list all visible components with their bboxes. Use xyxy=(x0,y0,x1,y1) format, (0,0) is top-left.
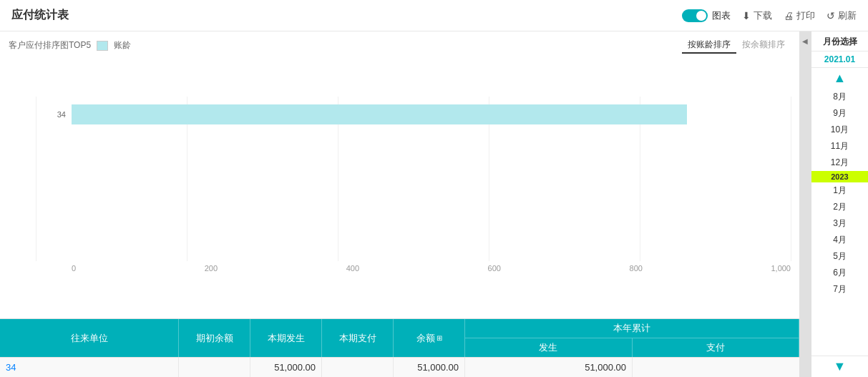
refresh-icon: ↺ xyxy=(826,10,835,21)
sidebar-month-1[interactable]: 1月 xyxy=(811,182,868,199)
grid-line-100 xyxy=(791,97,791,261)
sidebar-month-7[interactable]: 7月 xyxy=(811,281,868,298)
sidebar-month-list: 8月 9月 10月 11月 12月 2023 1月 2月 3月 4月 5月 6月… xyxy=(811,89,868,356)
download-label: 下载 xyxy=(754,9,772,22)
chart-canvas: 34 856天 0 200 400 600 800 1,00 xyxy=(9,97,791,283)
sidebar-month-12[interactable]: 12月 xyxy=(811,155,868,171)
th-bennianlei-sub: 发生 支付 xyxy=(465,338,799,357)
right-sidebar: 月份选择 2021.01 ▲ 8月 9月 10月 11月 12月 2023 1月… xyxy=(811,31,868,377)
chart-toggle[interactable] xyxy=(682,9,708,22)
x-axis-200: 200 xyxy=(205,264,218,273)
td-laiwai[interactable]: 34 xyxy=(0,358,179,377)
table-header: 往来单位 期初余额 本期发生 本期支付 余额 ⊞ xyxy=(0,319,799,357)
sidebar-collapse-arrow[interactable]: ◀ xyxy=(799,31,811,377)
sidebar-month-4[interactable]: 4月 xyxy=(811,232,868,248)
refresh-label: 刷新 xyxy=(838,9,857,22)
sidebar-month-8[interactable]: 8月 xyxy=(811,89,868,105)
grid-line-0 xyxy=(36,97,36,261)
td-fasheng-sub: 51,000.00 xyxy=(465,358,633,377)
sidebar-month-9[interactable]: 9月 xyxy=(811,105,868,122)
sidebar-year-marker-2023: 2023 xyxy=(811,171,868,182)
table-section: 往来单位 期初余额 本期发生 本期支付 余额 ⊞ xyxy=(0,318,799,377)
th-zhifu-sub: 支付 xyxy=(633,338,799,357)
th-benqi-fasheng: 本期发生 xyxy=(250,319,322,357)
chart-legend-label: 客户应付排序图TOP5 xyxy=(9,39,91,52)
td-yue: 51,000.00 xyxy=(394,358,465,377)
td-qichu xyxy=(179,358,250,377)
x-axis: 0 200 400 600 800 1,000 xyxy=(44,264,791,273)
sidebar-month-2[interactable]: 2月 xyxy=(811,199,868,215)
sidebar-month-3[interactable]: 3月 xyxy=(811,215,868,232)
th-benqi-zhifu: 本期支付 xyxy=(322,319,394,357)
sort-by-balance-button[interactable]: 按余额排序 xyxy=(736,37,791,54)
chart-section: 客户应付排序图TOP5 账龄 按账龄排序 按余额排序 xyxy=(0,31,799,318)
app-header: 应付统计表 图表 ⬇ 下载 🖨 打印 ↺ 刷新 xyxy=(0,0,868,31)
header-actions: 图表 ⬇ 下载 🖨 打印 ↺ 刷新 xyxy=(682,9,857,22)
table-row: 34 51,000.00 51,000.00 51,00 xyxy=(0,357,799,377)
td-benqi-fasheng: 51,000.00 xyxy=(250,358,322,377)
th-qichu: 期初余额 xyxy=(179,319,250,357)
th-bennianlei: 本年累计 发生 支付 xyxy=(465,319,799,357)
chart-sort-buttons: 按账龄排序 按余额排序 xyxy=(682,37,791,54)
sidebar-year[interactable]: 2021.01 xyxy=(811,52,868,68)
download-icon: ⬇ xyxy=(742,10,751,21)
th-yue: 余额 ⊞ xyxy=(394,319,465,357)
sidebar-content: 月份选择 2021.01 ▲ 8月 9月 10月 11月 12月 2023 1月… xyxy=(811,31,868,377)
refresh-button[interactable]: ↺ 刷新 xyxy=(826,9,857,22)
chart-header: 客户应付排序图TOP5 账龄 按账龄排序 按余额排序 xyxy=(9,37,791,54)
x-axis-1000: 1,000 xyxy=(771,264,791,273)
sidebar-month-6[interactable]: 6月 xyxy=(811,265,868,281)
bar-label: 34 xyxy=(44,110,66,119)
chart-legend: 客户应付排序图TOP5 账龄 xyxy=(9,39,131,52)
sidebar-month-5[interactable]: 5月 xyxy=(811,248,868,265)
chart-legend-box-label: 账龄 xyxy=(114,39,131,52)
x-axis-400: 400 xyxy=(346,264,359,273)
chart-toggle-wrap[interactable]: 图表 xyxy=(682,9,731,22)
sort-by-amount-button[interactable]: 按账龄排序 xyxy=(682,37,736,54)
x-axis-0: 0 xyxy=(72,264,76,273)
td-zhifu-sub xyxy=(633,358,799,377)
print-icon: 🖨 xyxy=(784,10,794,21)
content-area: 客户应付排序图TOP5 账龄 按账龄排序 按余额排序 xyxy=(0,31,799,377)
x-axis-800: 800 xyxy=(630,264,643,273)
sidebar-month-11[interactable]: 11月 xyxy=(811,138,868,155)
right-sidebar-wrapper: ◀ 月份选择 2021.01 ▲ 8月 9月 10月 11月 12月 2023 … xyxy=(799,31,868,377)
legend-box xyxy=(97,41,108,51)
bar-track: 856天 xyxy=(72,104,791,124)
th-fasheng-sub: 发生 xyxy=(465,338,633,357)
yue-icon: ⊞ xyxy=(437,334,442,342)
toggle-label: 图表 xyxy=(712,9,731,22)
td-benqi-zhifu xyxy=(322,358,394,377)
x-axis-600: 600 xyxy=(488,264,501,273)
bar-fill xyxy=(72,104,687,124)
main-area: 客户应付排序图TOP5 账龄 按账龄排序 按余额排序 xyxy=(0,31,868,377)
sidebar-up-button[interactable]: ▲ xyxy=(811,68,868,89)
print-label: 打印 xyxy=(796,9,815,22)
th-bennianlei-top: 本年累计 xyxy=(465,319,799,338)
chart-bar-row: 34 856天 xyxy=(44,97,791,132)
chart-bars: 34 856天 xyxy=(44,97,791,261)
print-button[interactable]: 🖨 打印 xyxy=(784,9,815,22)
sidebar-month-10[interactable]: 10月 xyxy=(811,122,868,138)
page-title: 应付统计表 xyxy=(11,8,69,23)
download-button[interactable]: ⬇ 下载 xyxy=(742,9,772,22)
th-laiwai: 往来单位 xyxy=(0,319,179,357)
sidebar-title: 月份选择 xyxy=(811,31,868,52)
sidebar-down-button[interactable]: ▼ xyxy=(811,356,868,377)
